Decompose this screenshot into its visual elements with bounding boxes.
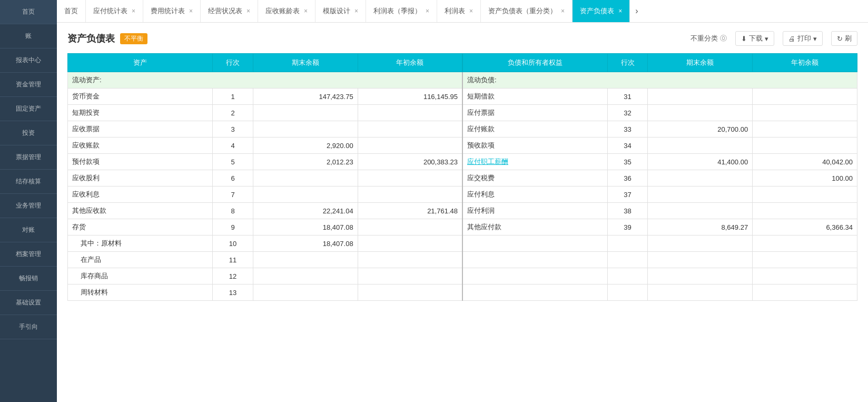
tab-home-label: 首页 bbox=[64, 6, 78, 16]
table-row: 应收利息 7 应付利息 37 bbox=[68, 187, 857, 203]
row-2: 2 bbox=[213, 105, 253, 121]
refresh-icon: ↻ bbox=[837, 35, 843, 43]
sidebar-item-fixed-assets[interactable]: 固定资产 bbox=[0, 97, 57, 121]
tab-balance-sheet[interactable]: 资产负债表 × bbox=[573, 0, 630, 22]
table-row: 存货 9 18,407.08 其他应付款 39 8,649.27 6,366.3… bbox=[68, 219, 857, 236]
asset-interest-receivable: 应收利息 bbox=[68, 187, 213, 203]
page-header: 资产负债表 不平衡 不重分类 ⓪ ⬇ 下载 ▾ 🖨 打印 ▾ bbox=[67, 31, 857, 46]
sidebar-item-inventory-accounting[interactable]: 结存核算 bbox=[0, 170, 57, 194]
tab-receivable-aging-close[interactable]: × bbox=[304, 7, 308, 15]
tab-expense-stats[interactable]: 费用统计表 × bbox=[143, 0, 201, 22]
sidebar-item-business-management[interactable]: 业务管理 bbox=[0, 194, 57, 218]
help-icon[interactable]: ⓪ bbox=[720, 34, 727, 43]
sidebar-item-expense-reimbursement[interactable]: 畅报销 bbox=[0, 267, 57, 291]
end-1: 147,423.75 bbox=[253, 89, 358, 105]
tab-home[interactable]: 首页 bbox=[57, 0, 86, 22]
row-4: 4 bbox=[213, 138, 253, 154]
end-6 bbox=[253, 170, 358, 187]
sidebar-item-archive-management[interactable]: 档案管理 bbox=[0, 242, 57, 267]
tab-income-statement-label: 利润表 bbox=[445, 6, 465, 16]
section-current-assets: 流动资产: 流动负债: bbox=[68, 72, 857, 89]
row-13: 13 bbox=[213, 285, 253, 301]
sidebar-item-basic-settings[interactable]: 基础设置 bbox=[0, 291, 57, 315]
lrow-35: 35 bbox=[607, 154, 647, 170]
sidebar-item-guide[interactable]: 手引向 bbox=[0, 315, 57, 339]
header-row-num: 行次 bbox=[213, 54, 253, 72]
tab-receivable-aging[interactable]: 应收账龄表 × bbox=[258, 0, 315, 22]
litem-empty-11 bbox=[462, 252, 607, 268]
start-11 bbox=[358, 252, 462, 268]
tab-payable-stats[interactable]: 应付统计表 × bbox=[86, 0, 143, 22]
end-12 bbox=[253, 268, 358, 285]
page-title-row: 资产负债表 不平衡 bbox=[67, 32, 147, 45]
end-4: 2,920.00 bbox=[253, 138, 358, 154]
end-5: 2,012.23 bbox=[253, 154, 358, 170]
liability-employee-compensation: 应付职工薪酬 bbox=[462, 154, 607, 170]
tab-operating-status[interactable]: 经营状况表 × bbox=[201, 0, 258, 22]
sidebar-item-reconciliation[interactable]: 对账 bbox=[0, 218, 57, 242]
tab-balance-reclassified-close[interactable]: × bbox=[561, 7, 565, 15]
tab-balance-sheet-close[interactable]: × bbox=[618, 7, 622, 15]
tab-balance-reclassified[interactable]: 资产负债表（重分类） × bbox=[481, 0, 573, 22]
tab-more-button[interactable]: › bbox=[630, 0, 643, 22]
tab-payable-stats-close[interactable]: × bbox=[132, 7, 135, 15]
row-6: 6 bbox=[213, 170, 253, 187]
lstart-empty-13 bbox=[753, 285, 857, 301]
start-1: 116,145.95 bbox=[358, 89, 462, 105]
lrow-32: 32 bbox=[607, 105, 647, 121]
asset-raw-materials: 其中：原材料 bbox=[68, 236, 213, 252]
litem-empty-12 bbox=[462, 268, 607, 285]
tab-template-design-close[interactable]: × bbox=[354, 7, 358, 15]
print-button[interactable]: 🖨 打印 ▾ bbox=[783, 31, 823, 46]
lrow-empty-11 bbox=[607, 252, 647, 268]
sidebar-item-investment[interactable]: 投资 bbox=[0, 121, 57, 145]
asset-turnover-materials: 周转材料 bbox=[68, 285, 213, 301]
sidebar-item-account[interactable]: 账 bbox=[0, 24, 57, 48]
lend-empty-11 bbox=[648, 252, 753, 268]
tab-operating-status-label: 经营状况表 bbox=[208, 6, 242, 16]
liability-accounts-payable: 应付账款 bbox=[462, 121, 607, 138]
table-row: 应收账款 4 2,920.00 预收款项 34 bbox=[68, 138, 857, 154]
lstart-empty-11 bbox=[753, 252, 857, 268]
table-row: 在产品 11 bbox=[68, 252, 857, 268]
tab-income-quarterly-close[interactable]: × bbox=[426, 7, 429, 15]
litem-empty-13 bbox=[462, 285, 607, 301]
download-chevron: ▾ bbox=[765, 35, 768, 43]
start-13 bbox=[358, 285, 462, 301]
row-8: 8 bbox=[213, 203, 253, 219]
tab-balance-sheet-label: 资产负债表 bbox=[580, 6, 614, 16]
lrow-empty-10 bbox=[607, 236, 647, 252]
sidebar-item-home[interactable]: 首页 bbox=[0, 0, 57, 24]
lstart-32 bbox=[753, 105, 857, 121]
tab-income-quarterly[interactable]: 利润表（季报） × bbox=[366, 0, 437, 22]
lend-36 bbox=[648, 170, 753, 187]
classify-action[interactable]: 不重分类 ⓪ bbox=[691, 34, 727, 43]
table-row: 库存商品 12 bbox=[68, 268, 857, 285]
lstart-31 bbox=[753, 89, 857, 105]
tab-income-statement[interactable]: 利润表 × bbox=[437, 0, 481, 22]
asset-notes-receivable: 应收票据 bbox=[68, 121, 213, 138]
header-asset: 资产 bbox=[68, 54, 213, 72]
lstart-36: 100.00 bbox=[753, 170, 857, 187]
lend-38 bbox=[648, 203, 753, 219]
start-4 bbox=[358, 138, 462, 154]
sidebar-item-fund-management[interactable]: 资金管理 bbox=[0, 73, 57, 97]
print-chevron: ▾ bbox=[813, 35, 817, 43]
download-button[interactable]: ⬇ 下载 ▾ bbox=[735, 31, 774, 46]
lrow-37: 37 bbox=[607, 187, 647, 203]
tab-template-design[interactable]: 模版设计 × bbox=[315, 0, 366, 22]
sidebar-item-report-center[interactable]: 报表中心 bbox=[0, 48, 57, 73]
lstart-35: 40,042.00 bbox=[753, 154, 857, 170]
tab-income-quarterly-label: 利润表（季报） bbox=[373, 6, 421, 16]
header-start-balance2: 年初余额 bbox=[753, 54, 857, 72]
tab-expense-stats-close[interactable]: × bbox=[189, 7, 193, 15]
refresh-button[interactable]: ↻ 刷 bbox=[831, 31, 857, 46]
tab-operating-status-close[interactable]: × bbox=[246, 7, 250, 15]
liability-advance-received: 预收款项 bbox=[462, 138, 607, 154]
start-7 bbox=[358, 187, 462, 203]
table-row: 应收股利 6 应交税费 36 100.00 bbox=[68, 170, 857, 187]
employee-compensation-link[interactable]: 应付职工薪酬 bbox=[467, 158, 508, 165]
tab-income-statement-close[interactable]: × bbox=[469, 7, 473, 15]
lend-empty-10 bbox=[648, 236, 753, 252]
sidebar-item-bill-management[interactable]: 票据管理 bbox=[0, 145, 57, 170]
